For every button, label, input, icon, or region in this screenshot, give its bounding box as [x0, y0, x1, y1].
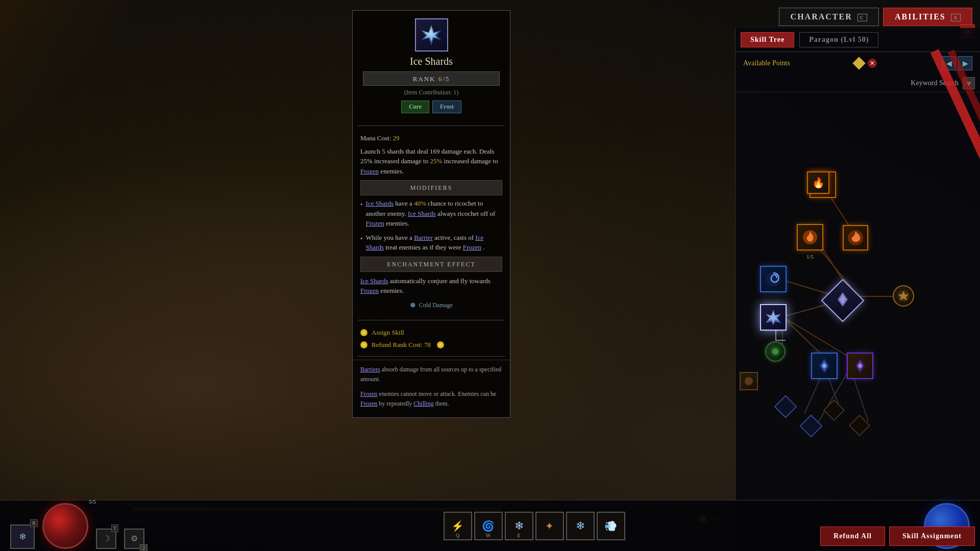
- refund-row: Refund Rank Cost: 78: [353, 341, 510, 353]
- skill-name: Ice Shards: [358, 56, 505, 67]
- svg-point-28: [822, 364, 826, 368]
- node-rank-1-5: 1/5: [806, 254, 814, 260]
- action-slot-6[interactable]: 💨: [597, 512, 625, 540]
- gold-icon-2: [360, 341, 368, 348]
- cursor-hint: [775, 331, 786, 341]
- barrier-definition: Barriers absorb damage from all sources …: [360, 364, 502, 384]
- available-points-label: Available Points: [743, 59, 790, 67]
- item-contribution: (Item Contribution: 1): [358, 89, 505, 96]
- popup-body: Mana Cost: 29 Launch 5 shards that deal …: [353, 129, 510, 317]
- skill-node-right-circle[interactable]: [893, 285, 914, 307]
- paragon-tab[interactable]: Paragon (Lvl 50): [799, 32, 878, 47]
- enchant-section: Ice Shards automatically conjure and fly…: [360, 276, 502, 296]
- mana-cost: Mana Cost: 29: [360, 133, 502, 143]
- skill-node-blue-left[interactable]: [811, 353, 838, 379]
- skill-node-small-2[interactable]: [803, 418, 819, 434]
- abilities-shortcut: A: [951, 14, 961, 21]
- svg-line-8: [782, 317, 850, 358]
- divider-2: [358, 320, 505, 320]
- cold-damage: ❄ Cold Damage: [360, 300, 502, 311]
- character-shortcut: C: [857, 14, 867, 21]
- tags-row: Core Frost: [358, 101, 505, 113]
- skill-node-top-1[interactable]: 🔥: [807, 171, 829, 194]
- action-slot-5[interactable]: ❄: [566, 512, 595, 540]
- skill-node-purple-right[interactable]: [847, 353, 873, 379]
- skill-description: Launch 5 shards that deal 169 damage eac…: [360, 146, 502, 177]
- character-tab[interactable]: CHARACTER C: [779, 8, 879, 26]
- action-slot-4[interactable]: ✦: [535, 512, 564, 540]
- frozen-definition: Frozen enemies cannot move or attack. En…: [360, 389, 502, 408]
- action-buttons: Assign Skill: [353, 323, 510, 341]
- definitions-section: Barriers absorb damage from all sources …: [353, 360, 510, 417]
- modifier-2: • While you have a Barrier active, casts…: [360, 233, 502, 253]
- action-slots: ⚡ Q 🌀 W ❄ E ✦ ❄ 💨: [152, 512, 916, 540]
- keyword-search-label: Keyword Search: [741, 79, 959, 87]
- snowflake-icon: ❄: [410, 300, 416, 311]
- bottom-right-buttons: Refund All Skill Assignment: [820, 527, 975, 546]
- enchant-header: ENCHANTMENT EFFECT: [360, 257, 502, 272]
- modifiers-header: MODIFIERS: [360, 180, 502, 195]
- skill-slot-t[interactable]: ☽ T: [96, 529, 116, 549]
- skill-node-fire-large[interactable]: [843, 225, 868, 251]
- svg-point-31: [858, 364, 862, 368]
- skill-node-small-1[interactable]: [777, 398, 794, 415]
- skill-node-fire-rank[interactable]: 1/5: [797, 224, 823, 251]
- skill-node-green[interactable]: [765, 341, 786, 362]
- abilities-tab[interactable]: ABILITIES A: [883, 8, 972, 26]
- svg-line-7: [782, 317, 825, 358]
- modifier-1: • Ice Shards have a 40% chance to ricoch…: [360, 198, 502, 229]
- skill-tree-tab[interactable]: Skill Tree: [741, 32, 794, 47]
- refund-all-button[interactable]: Refund All: [820, 527, 885, 546]
- skill-node-center-diamond[interactable]: [827, 285, 858, 316]
- wood-structure: [0, 0, 128, 128]
- divider-1: [358, 126, 505, 126]
- orb-row: ❄ R 5/5 ☽ T ⚙ 2: [10, 503, 144, 549]
- skill-node-small-4[interactable]: [852, 418, 867, 433]
- rank-bar: RANK 6/5: [363, 71, 500, 86]
- popup-header: Ice Shards RANK 6/5 (Item Contribution: …: [353, 11, 510, 122]
- action-slot-q[interactable]: ⚡ Q: [444, 512, 472, 540]
- skill-tree-tabs: Skill Tree Paragon (Lvl 50): [736, 28, 980, 52]
- svg-point-24: [772, 348, 778, 355]
- svg-point-25: [745, 377, 753, 385]
- refund-rank-label[interactable]: Refund Rank Cost: 78: [372, 341, 431, 349]
- divider-3: [358, 356, 505, 357]
- svg-line-3: [819, 248, 850, 286]
- point-block-circle: ✕: [868, 59, 877, 68]
- skill-popup: Ice Shards RANK 6/5 (Item Contribution: …: [352, 10, 510, 418]
- skill-slot-r[interactable]: ❄ R: [10, 524, 35, 549]
- skill-assignment-button[interactable]: Skill Assignment: [889, 527, 975, 546]
- assign-skill-button[interactable]: Assign Skill: [372, 329, 404, 337]
- action-slot-e[interactable]: ❄ E: [505, 512, 533, 540]
- skill-tree-panel: Skill Tree Paragon (Lvl 50) Available Po…: [735, 28, 980, 551]
- skill-icon-large: [415, 18, 448, 52]
- skill-slot-badge[interactable]: ⚙ 2: [124, 529, 144, 549]
- point-diamond: [853, 57, 866, 69]
- skill-node-small-3[interactable]: [826, 403, 842, 418]
- gold-icon-1: [360, 329, 368, 336]
- skill-node-brown-small[interactable]: [740, 372, 758, 390]
- skill-node-ice-selected[interactable]: [760, 304, 787, 331]
- health-orb: 5/5: [42, 503, 88, 549]
- tag-frost: Frost: [432, 101, 461, 113]
- skill-tree-canvas: 1/5: [736, 92, 980, 526]
- tag-core: Core: [401, 101, 429, 113]
- skill-node-blue-swirl[interactable]: [760, 266, 787, 292]
- points-icons: ✕: [854, 59, 877, 68]
- gold-icon-3: [437, 341, 444, 348]
- action-slot-w[interactable]: 🌀 W: [474, 512, 503, 540]
